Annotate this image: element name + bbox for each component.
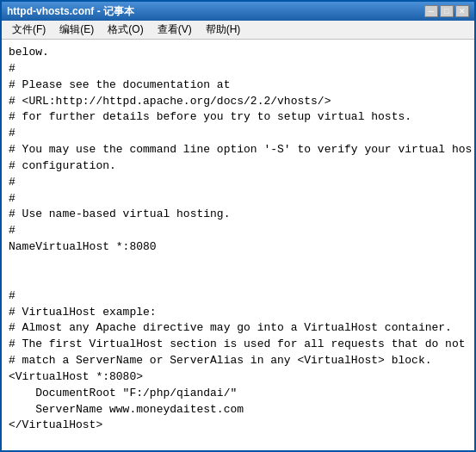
menu-view[interactable]: 查看(V) [151, 21, 199, 39]
title-bar: httpd-vhosts.conf - 记事本 ─ □ ✕ [2, 2, 474, 21]
minimize-button[interactable]: ─ [424, 5, 438, 17]
window-controls: ─ □ ✕ [424, 5, 469, 17]
text-content[interactable]: below. # # Please see the documentation … [2, 40, 474, 450]
menu-edit[interactable]: 编辑(E) [53, 21, 101, 39]
menu-help[interactable]: 帮助(H) [199, 21, 248, 39]
close-button[interactable]: ✕ [455, 5, 469, 17]
notepad-window: httpd-vhosts.conf - 记事本 ─ □ ✕ 文件(F) 编辑(E… [0, 0, 476, 452]
menu-file[interactable]: 文件(F) [5, 21, 53, 39]
menu-bar: 文件(F) 编辑(E) 格式(O) 查看(V) 帮助(H) [2, 21, 474, 40]
menu-format[interactable]: 格式(O) [101, 21, 150, 39]
maximize-button[interactable]: □ [440, 5, 454, 17]
window-title: httpd-vhosts.conf - 记事本 [7, 4, 134, 19]
